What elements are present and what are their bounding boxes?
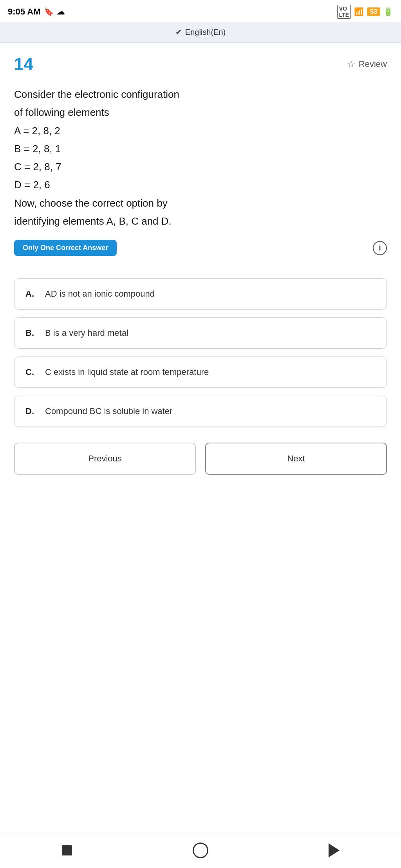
nav-buttons: Previous Next — [14, 443, 387, 475]
battery-icon: 🔋 — [383, 7, 393, 16]
circle-icon — [193, 843, 208, 858]
info-icon[interactable]: i — [373, 241, 387, 255]
config-a: A = 2, 8, 2 — [14, 123, 387, 139]
back-arrow-icon — [329, 843, 340, 857]
option-c[interactable]: C. C exists in liquid state at room temp… — [14, 357, 387, 388]
language-selector[interactable]: ✔ English(En) — [175, 27, 226, 37]
question-number: 14 — [14, 54, 33, 74]
option-c-label: C. — [25, 367, 37, 377]
review-button[interactable]: ☆ Review — [347, 59, 387, 70]
nav-home-button[interactable] — [191, 841, 210, 860]
notification-icon: 🔖 — [44, 7, 54, 16]
answer-type-badge: Only One Correct Answer — [14, 240, 117, 256]
options-list: A. AD is not an ionic compound B. B is a… — [14, 278, 387, 427]
option-a-text: AD is not an ionic compound — [45, 289, 155, 299]
vo-lte-label: VOLTE — [337, 5, 351, 19]
option-a[interactable]: A. AD is not an ionic compound — [14, 278, 387, 310]
question-text: Consider the electronic configuration of… — [14, 86, 387, 229]
option-d[interactable]: D. Compound BC is soluble in water — [14, 396, 387, 427]
status-bar: 9:05 AM 🔖 ☁ VOLTE 📶 53 🔋 — [0, 0, 401, 22]
nav-square-button[interactable] — [58, 841, 76, 860]
language-label: English(En) — [185, 28, 226, 37]
option-c-text: C exists in liquid state at room tempera… — [45, 367, 209, 377]
answer-type-row: Only One Correct Answer i — [14, 240, 387, 256]
question-line-4: identifying elements A, B, C and D. — [14, 213, 387, 229]
checkmark-icon: ✔ — [175, 27, 182, 37]
main-content: 14 ☆ Review Consider the electronic conf… — [0, 43, 401, 666]
status-time-area: 9:05 AM 🔖 ☁ — [8, 7, 65, 17]
option-d-label: D. — [25, 406, 37, 416]
review-label: Review — [359, 59, 387, 69]
option-a-label: A. — [25, 289, 37, 299]
next-button[interactable]: Next — [205, 443, 387, 475]
config-c: C = 2, 8, 7 — [14, 159, 387, 175]
battery-display: 53 — [367, 7, 380, 16]
time-display: 9:05 AM — [8, 7, 41, 17]
nav-back-button[interactable] — [325, 841, 343, 860]
bottom-navigation-bar — [0, 834, 401, 868]
network-bars-icon: 📶 — [354, 7, 364, 16]
question-line-2: of following elements — [14, 104, 387, 120]
cloud-icon: ☁ — [57, 7, 65, 16]
previous-button[interactable]: Previous — [14, 443, 196, 475]
status-right-area: VOLTE 📶 53 🔋 — [337, 5, 393, 19]
square-icon — [62, 845, 72, 855]
info-symbol: i — [379, 243, 381, 252]
spacer — [0, 666, 401, 834]
question-line-3: Now, choose the correct option by — [14, 195, 387, 211]
section-divider — [0, 267, 401, 267]
option-d-text: Compound BC is soluble in water — [45, 406, 172, 416]
option-b-label: B. — [25, 328, 37, 338]
question-line-1: Consider the electronic configuration — [14, 86, 387, 102]
option-b[interactable]: B. B is a very hard metal — [14, 317, 387, 349]
question-header: 14 ☆ Review — [14, 54, 387, 74]
option-b-text: B is a very hard metal — [45, 328, 128, 338]
config-d: D = 2, 6 — [14, 177, 387, 193]
config-b: B = 2, 8, 1 — [14, 141, 387, 157]
star-icon: ☆ — [347, 59, 356, 70]
language-bar[interactable]: ✔ English(En) — [0, 22, 401, 43]
